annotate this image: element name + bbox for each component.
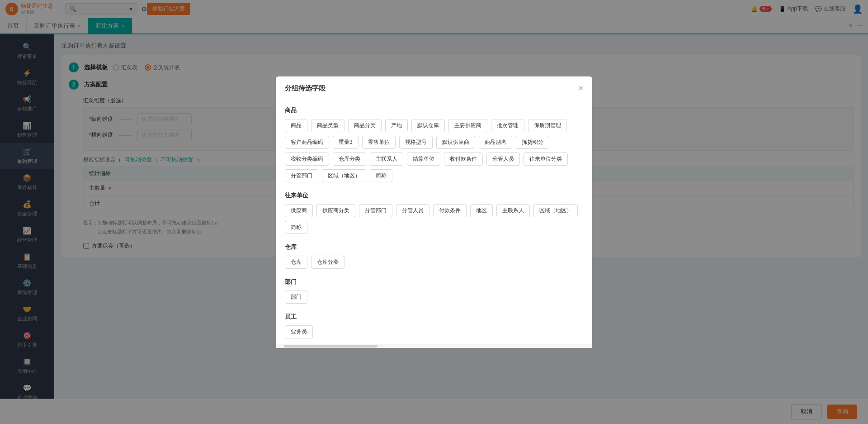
section-product-title: 商品: [285, 106, 583, 114]
section-product-tags: 商品 商品类型 商品分类 产地 默认仓库 主要供应商 批次管理 保质期管理 客户…: [285, 119, 583, 182]
section-warehouse-tags: 仓库 仓库分类: [285, 256, 583, 269]
tag-supplier-category[interactable]: 供应商分类: [316, 204, 355, 217]
tag-warehouse[interactable]: 仓库: [285, 256, 307, 269]
tag-warehouse-cat[interactable]: 仓库分类: [311, 256, 344, 269]
hscroll-thumb[interactable]: [284, 345, 378, 348]
tag-salesperson[interactable]: 业务员: [285, 325, 313, 338]
modal-body: 商品 商品 商品类型 商品分类 产地 默认仓库 主要供应商 批次管理 保质期管理…: [276, 99, 592, 344]
tag-short-name-partner[interactable]: 简称: [285, 221, 307, 234]
section-warehouse: 仓库 仓库 仓库分类: [285, 243, 583, 269]
tag-partner-category[interactable]: 往来单位分类: [524, 152, 568, 166]
tag-warehouse-category[interactable]: 仓库分类: [333, 152, 366, 166]
tag-region-product[interactable]: 区域（地区）: [322, 169, 366, 182]
tag-product-type[interactable]: 商品类型: [311, 119, 344, 132]
field-selector-modal: 分组待选字段 × 商品 商品 商品类型 商品分类 产地 默认仓库 主要供应商 批…: [276, 76, 592, 348]
tag-partner-dept[interactable]: 分管部门: [359, 204, 392, 217]
tag-retail-unit[interactable]: 零售单位: [362, 136, 396, 149]
tag-main-contact[interactable]: 主联系人: [370, 152, 403, 166]
tag-department[interactable]: 部门: [285, 291, 307, 304]
tag-region-partner[interactable]: 区域（地区）: [533, 204, 578, 217]
section-department-tags: 部门: [285, 291, 583, 304]
tag-main-contact-partner[interactable]: 主联系人: [496, 204, 530, 217]
tag-payment-condition[interactable]: 付款条件: [433, 204, 467, 217]
tag-product-alias[interactable]: 商品别名: [479, 136, 512, 149]
section-partner-tags: 供应商 供应商分类 分管部门 分管人员 付款条件 地区 主联系人 区域（地区） …: [285, 204, 583, 234]
modal-hscroll[interactable]: [276, 344, 592, 348]
tag-expiry-management[interactable]: 保质期管理: [528, 119, 567, 132]
tag-partner-person[interactable]: 分管人员: [396, 204, 429, 217]
section-product: 商品 商品 商品类型 商品分类 产地 默认仓库 主要供应商 批次管理 保质期管理…: [285, 106, 583, 182]
section-department-title: 部门: [285, 278, 583, 286]
section-partner-title: 往来单位: [285, 191, 583, 200]
tag-short-name-product[interactable]: 简称: [370, 169, 392, 182]
tag-settlement-unit[interactable]: 结算单位: [407, 152, 440, 166]
tag-area[interactable]: 地区: [470, 204, 493, 217]
tag-default-warehouse[interactable]: 默认仓库: [411, 119, 445, 132]
modal-header: 分组待选字段 ×: [276, 76, 592, 99]
tag-supplier[interactable]: 供应商: [285, 204, 313, 217]
section-employee-title: 员工: [285, 313, 583, 321]
tag-dept[interactable]: 分管部门: [285, 169, 318, 182]
tag-batch-management[interactable]: 批次管理: [491, 119, 524, 132]
tag-weight3[interactable]: 重量3: [333, 136, 359, 149]
modal-overlay[interactable]: 分组待选字段 × 商品 商品 商品类型 商品分类 产地 默认仓库 主要供应商 批…: [0, 0, 868, 424]
tag-payment-terms[interactable]: 收付款条件: [444, 152, 483, 166]
tag-default-supplier[interactable]: 默认供应商: [436, 136, 475, 149]
section-employee-tags: 业务员: [285, 325, 583, 338]
section-department: 部门 部门: [285, 278, 583, 304]
tag-product[interactable]: 商品: [285, 119, 307, 132]
tag-main-supplier[interactable]: 主要供应商: [448, 119, 487, 132]
tag-picking-points[interactable]: 拣货积分: [516, 136, 549, 149]
tag-customer-code[interactable]: 客户商品编码: [285, 136, 329, 149]
tag-spec-model[interactable]: 规格型号: [399, 136, 433, 149]
tag-responsible-person[interactable]: 分管人员: [486, 152, 520, 166]
tag-origin[interactable]: 产地: [385, 119, 408, 132]
section-employee: 员工 业务员: [285, 313, 583, 338]
section-warehouse-title: 仓库: [285, 243, 583, 251]
tag-tax-code[interactable]: 税收分类编码: [285, 152, 329, 166]
modal-title: 分组待选字段: [285, 84, 326, 93]
section-partner: 往来单位 供应商 供应商分类 分管部门 分管人员 付款条件 地区 主联系人 区域…: [285, 191, 583, 234]
modal-close-button[interactable]: ×: [578, 84, 583, 93]
tag-product-category[interactable]: 商品分类: [348, 119, 382, 132]
